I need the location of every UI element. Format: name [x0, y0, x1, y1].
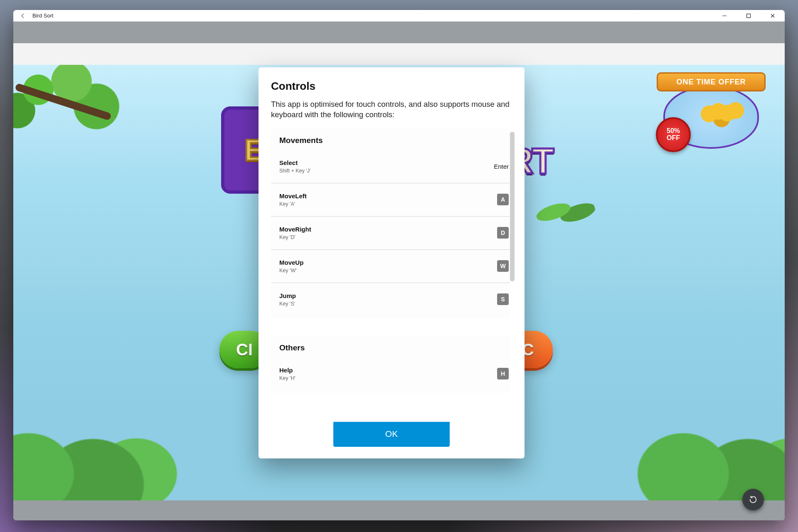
control-hint: Key 'A'	[279, 201, 307, 207]
app-window: Bird Sort E RT CI C ONE TIME	[13, 10, 785, 520]
close-button[interactable]	[761, 10, 785, 21]
control-hint: Key 'W'	[279, 268, 303, 273]
section-title: Movements	[271, 135, 510, 150]
control-key: Enter	[494, 163, 509, 170]
control-name: MoveRight	[279, 226, 311, 233]
control-name: Select	[279, 159, 310, 166]
palm-decoration	[534, 192, 598, 235]
control-key: D	[497, 227, 509, 239]
control-row: MoveUpKey 'W'W	[271, 250, 510, 283]
close-icon	[770, 13, 775, 18]
control-key: W	[497, 260, 509, 272]
titlebar: Bird Sort	[13, 10, 785, 22]
green-button-visible-text: CI	[236, 340, 253, 359]
foliage-decoration	[13, 65, 138, 160]
toolbar-strip	[13, 22, 785, 43]
back-arrow-icon	[20, 13, 26, 19]
back-button[interactable]	[13, 10, 32, 21]
section-title: Others	[271, 342, 510, 357]
control-hint: Key 'S'	[279, 301, 296, 307]
maximize-icon	[746, 13, 751, 18]
control-row: MoveRightKey 'D'D	[271, 217, 510, 250]
scrollbar-thumb[interactable]	[510, 132, 515, 281]
svg-rect-0	[747, 14, 751, 17]
control-key: S	[497, 293, 509, 305]
controls-section: OthersHelpKey 'H'H	[271, 336, 510, 393]
minimize-icon	[722, 13, 727, 18]
control-row-left: MoveLeftKey 'A'	[279, 192, 307, 207]
bush-right	[618, 409, 785, 500]
control-row-left: SelectShift + Key 'J'	[279, 159, 310, 174]
minimize-button[interactable]	[712, 10, 736, 21]
maximize-button[interactable]	[736, 10, 761, 21]
control-key: A	[497, 194, 509, 205]
dialog-title: Controls	[271, 80, 512, 93]
control-row: MoveLeftKey 'A'A	[271, 183, 510, 217]
one-time-offer[interactable]: ONE TIME OFFER 50% OFF	[657, 72, 766, 155]
offer-badge-line2: OFF	[667, 135, 680, 142]
control-row-left: HelpKey 'H'	[279, 367, 296, 381]
coins-icon	[697, 96, 751, 130]
controls-scroll-area[interactable]: MovementsSelectShift + Key 'J'EnterMoveL…	[271, 128, 512, 410]
control-name: MoveLeft	[279, 192, 307, 200]
offer-badge-line1: 50%	[667, 128, 680, 135]
offer-discount-badge: 50% OFF	[656, 117, 691, 152]
ok-button[interactable]: OK	[333, 421, 450, 447]
control-hint: Key 'H'	[279, 375, 296, 381]
bottom-strip	[13, 500, 785, 520]
control-name: MoveUp	[279, 259, 303, 266]
reload-fab[interactable]	[742, 489, 764, 510]
scroll-fade	[259, 409, 525, 422]
scrollbar[interactable]	[510, 132, 515, 360]
control-row-left: JumpKey 'S'	[279, 292, 296, 307]
controls-dialog: Controls This app is optimised for touch…	[259, 67, 525, 458]
control-key: H	[497, 368, 509, 379]
bush-left	[13, 409, 180, 500]
reload-icon	[749, 495, 758, 504]
control-row: HelpKey 'H'H	[271, 357, 510, 390]
offer-banner: ONE TIME OFFER	[657, 72, 766, 91]
window-title: Bird Sort	[32, 12, 54, 19]
controls-section: MovementsSelectShift + Key 'J'EnterMoveL…	[271, 128, 510, 318]
control-row-left: MoveRightKey 'D'	[279, 226, 311, 240]
control-hint: Key 'D'	[279, 234, 311, 240]
window-controls	[712, 10, 785, 21]
control-name: Help	[279, 367, 296, 374]
control-row-left: MoveUpKey 'W'	[279, 259, 303, 273]
control-name: Jump	[279, 292, 296, 299]
control-row: JumpKey 'S'S	[271, 283, 510, 316]
controls-scroll-wrap: MovementsSelectShift + Key 'J'EnterMoveL…	[271, 128, 512, 410]
dialog-subtitle: This app is optimised for touch controls…	[271, 99, 512, 120]
control-row: SelectShift + Key 'J'Enter	[271, 150, 510, 183]
control-hint: Shift + Key 'J'	[279, 168, 310, 174]
